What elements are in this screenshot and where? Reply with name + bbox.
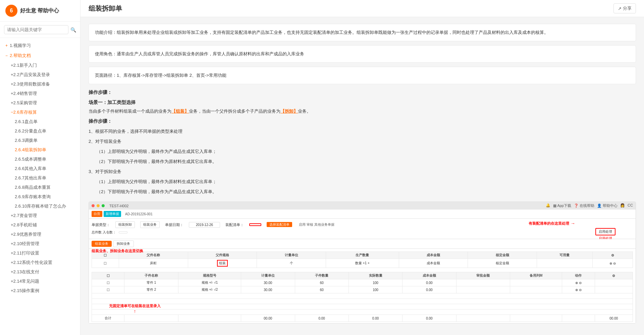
cell-child-tot1 [456,279,510,286]
intro-block: 功能介绍：组装拆卸单用来处理企业组装或拆卸等加工业务，支持有固定装配清单的产品加… [89,24,636,41]
annotation1-text: 有装配清单的在这里处理 [529,221,569,226]
browser-max [102,204,105,207]
cell-remark2 [510,286,562,293]
cell-total5: 0.00 [295,315,348,322]
type-tabs: 组装业务 拆卸业务 [92,240,633,247]
table-area-bottom: ☐ 子件名称 规格型号 计量单位 子件数量 实际数量 成本金额 审批金额 备用列… [89,269,636,323]
disassemble-tab[interactable]: 拆卸业务 [113,240,134,247]
col-child-cost: 成本金额 [402,272,456,279]
sidebar-item-operations[interactable]: +2.10经营管理 [0,239,80,248]
form-label-date: 单据日期： [165,222,183,227]
sidebar-item-label: 2.帮助文档 [10,53,31,59]
cell-total9 [510,315,562,322]
disassembly-link[interactable]: 【拆卸】 [280,109,298,114]
sidebar-item-install[interactable]: +2.2产品安装及登录 [0,70,80,79]
scene1-title: 场景一：加工类型选择 [89,100,636,106]
sidebar-item-cost-recalc[interactable]: 2.6.8商品成本重算 [0,183,80,192]
sidebar-item-finance[interactable]: +2.7资金管理 [0,211,80,220]
count-input[interactable] [119,231,127,233]
col-child-unit: 计量单位 [241,272,295,279]
col-total: 核定金额 [468,252,537,259]
cell-op1 [595,279,633,286]
sidebar-item-cases[interactable]: +2.15操作案例 [0,286,80,295]
sidebar-item-customize[interactable]: +2.12系统个性化设置 [0,258,80,267]
cell-remark1 [510,279,562,286]
sidebar-item-coupon[interactable]: +2.9优惠券管理 [0,230,80,239]
browser-url: TEST-H002 [109,204,128,208]
sidebar-item-video[interactable]: + 1.视频学习 [0,41,80,51]
sidebar-item-partcount[interactable]: 2.6.2分量盘点单 [0,126,80,136]
col-check2: ☐ [92,272,124,279]
empty-row1 [92,293,633,299]
cell-child-cost2: 0.00 [402,286,456,293]
parent-items-table: ☐ 父件名称 父件规格 计量单位 生产数量 成本金额 核定金额 可用量 ⚙ [92,252,633,268]
cell-cost2: 成本金额 [399,259,468,268]
form-row2: 总件数 入仓数： [92,230,633,235]
col-qty: 计量单位 [257,252,326,259]
sidebar-item-other-in[interactable]: 2.6.6其他入库单 [0,164,80,173]
annotation1-container: 有装配清单的在这里处理 → [529,221,575,226]
doc-id: AD-20191226-001 [125,212,153,216]
sidebar-item-assembly[interactable]: 2.6.4组装拆卸单 [0,145,80,155]
user-icon: 👤 帮助中心 [597,203,618,208]
cell-approved: 核定金额 [468,259,537,268]
intro-text: 功能介绍：组装拆卸单用来处理企业组装或拆卸等加工业务，支持有固定装配清单的产品加… [95,30,548,35]
table-row [92,310,633,315]
table-row: ☐ 零件 1 规格 +/- √1 30.00 60 100 0.00 ⊕ ⊖ [92,279,633,286]
select-assembly-btn[interactable]: 选择装配清单 [267,222,292,227]
sidebar-item-print[interactable]: +2.11打印设置 [0,248,80,258]
sidebar-item-newuser[interactable]: +2.1新手入门 [0,61,80,70]
expand-icon: + [11,213,13,218]
col-child-total: 审批金额 [456,272,510,279]
col-available: 可用量 [537,252,593,259]
use-btn[interactable]: 启用处理 [595,228,615,235]
step2-sub1: （1）上部明细为父件明细，最终作为产成品生成其它入库单； [89,147,636,156]
sidebar-item-purchase[interactable]: +2.5采购管理 [0,98,80,108]
sidebar-item-sales[interactable]: +2.4销售管理 [0,89,80,98]
cell-total-label: 合计 [92,315,124,322]
cell-child-act1: 100 [348,279,402,286]
doc-type-select[interactable]: 组装拆卸 [115,221,135,228]
search-input[interactable] [4,25,68,34]
sidebar-item-inventory[interactable]: −2.6库存核算 [0,108,80,117]
assembly-list-select[interactable] [249,223,261,226]
new-doc-tab[interactable]: 新增单据 [104,211,121,217]
doc-subtype-select[interactable]: 组装业务 [140,221,160,228]
sidebar-item-data-prep[interactable]: +2.3使用前数据准备 [0,79,80,89]
assembly-link[interactable]: 【组装】 [171,109,189,114]
avatar-icon: 👩 [620,203,625,208]
expand-icon: + [5,43,8,48]
cell-check: ☐ [92,259,119,268]
home-tab[interactable]: 自营 [92,211,102,217]
cell-check4: ☐ [92,286,124,293]
sidebar-item-other-out[interactable]: 2.6.7其他出库单 [0,173,80,183]
sidebar-item-stock-error[interactable]: 2.6.10库存账本错了怎么办 [0,202,80,211]
arrow1-icon: → [571,221,575,226]
form-more-actions: 启用 审核 其他业务单据 [299,222,334,227]
scene1-desc: 当由多个子件材料组装成一个成品的业务为【组装】业务，当由一个父件拆分成多个子产品… [89,108,636,114]
doc-date[interactable]: 2019-12-26 [189,222,220,228]
bell-icon: 🔔 [546,203,550,208]
sidebar-item-faq[interactable]: +2.14常见问题 [0,277,80,286]
cell-total10 [562,315,595,322]
cell-spec: 组装 [188,259,257,268]
spec-input[interactable]: 组装 [217,260,228,267]
search-icon[interactable]: 🔍 [70,27,76,33]
sidebar-item-stockcount[interactable]: 2.6.1盘点单 [0,117,80,126]
assembly-tab[interactable]: 组装业务 [92,241,112,247]
sidebar-item-transfer[interactable]: 2.6.3调拨单 [0,136,80,145]
sidebar-item-docs[interactable]: − 2.帮助文档 [0,51,80,61]
page-title: 组装拆卸单 [89,4,122,13]
col-cost: 成本金额 [399,252,468,259]
table-row: 合计 00.00 0.00 0.00 0.00 00.00 [92,315,633,322]
sidebar-item-stock-ledger[interactable]: 2.6.9库存账本查询 [0,192,80,202]
expand-icon: + [11,288,13,293]
sidebar-item-cost-adjust[interactable]: 2.6.5成本调整单 [0,155,80,164]
sidebar-item-payment[interactable]: +2.13在线支付 [0,267,80,277]
search-box: 🔍 [0,22,80,38]
col-child-actual: 实际数量 [348,272,402,279]
share-button[interactable]: ↗ 分享 [613,3,636,13]
col-child-name: 子件名称 [124,272,178,279]
cell-child-unit1: 30.00 [241,279,295,286]
sidebar-item-mobile[interactable]: +2.8手机旺铺 [0,220,80,230]
